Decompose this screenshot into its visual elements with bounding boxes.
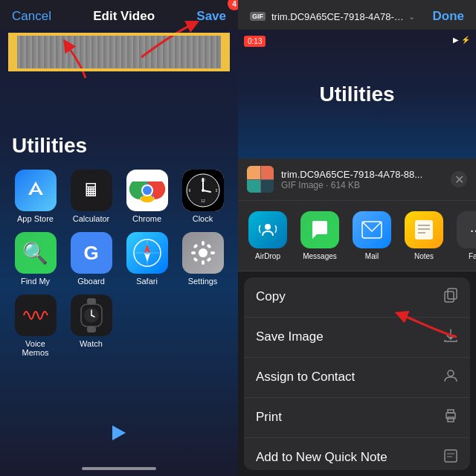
signal-icon: ▶ ⚡: [453, 36, 470, 44]
svg-rect-39: [448, 289, 457, 299]
timeline-strip: [11, 36, 227, 68]
right-header: GIF trim.DC9A65CE-7918-4A78-8... ⌄ Done: [238, 0, 476, 30]
svg-rect-40: [445, 292, 454, 302]
messages-label: Messages: [303, 252, 337, 260]
app-item-clock[interactable]: 12 3 12 9 Clock: [179, 170, 226, 223]
calculator-icon: 🖩: [71, 170, 112, 211]
mail-icon: [353, 211, 391, 248]
svg-text:12: 12: [201, 199, 205, 203]
save-image-label: Save Image: [256, 329, 324, 344]
action-print[interactable]: Print: [244, 398, 470, 438]
svg-point-8: [202, 189, 205, 192]
timeline-top-border: [8, 33, 230, 36]
app-item-calculator[interactable]: 🖩 Calculator: [68, 170, 115, 223]
svg-rect-35: [415, 220, 433, 239]
voicememos-icon: [15, 295, 57, 336]
app-item-findmy[interactable]: 🔍 Find My: [12, 232, 59, 286]
airdrop-icon: [248, 211, 287, 248]
app-grid-row2: 🔍 Find My G Gboard: [12, 232, 226, 286]
clock-label: Clock: [193, 214, 213, 223]
timeline-bottom-border: [8, 68, 230, 71]
filename-text: trim.DC9A65CE-7918-4A78-8...: [271, 11, 405, 22]
chevron-down-icon: ⌄: [408, 12, 415, 22]
cancel-button[interactable]: Cancel: [12, 9, 51, 24]
svg-rect-22: [210, 251, 215, 254]
svg-rect-27: [87, 298, 96, 304]
svg-rect-21: [191, 251, 196, 254]
video-preview: Utilities 0:13 ▶ ⚡: [238, 30, 476, 158]
notes-label: Notes: [414, 252, 434, 260]
safari-icon: [126, 232, 168, 274]
play-button[interactable]: [112, 425, 126, 440]
mail-label: Mail: [365, 252, 379, 260]
svg-text:9: 9: [188, 188, 190, 193]
share-more[interactable]: ··· Fa...: [455, 211, 476, 260]
action-assign-contact[interactable]: Assign to Contact: [244, 358, 470, 398]
svg-rect-19: [202, 241, 205, 245]
share-row: AirDrop Messages Mail: [238, 201, 476, 271]
app-item-voicememos[interactable]: Voice Memos: [12, 295, 59, 357]
findmy-label: Find My: [21, 277, 50, 286]
more-share-icon: ···: [457, 211, 476, 248]
app-item-appstore[interactable]: App Store: [12, 170, 59, 223]
watch-label: Watch: [80, 339, 103, 348]
timeline-handle-right[interactable]: [221, 34, 230, 70]
clock-icon: 12 3 12 9: [182, 170, 224, 211]
more-label: Fa...: [469, 252, 476, 260]
home-indicator: [82, 467, 156, 470]
gboard-label: Gboard: [77, 277, 105, 286]
findmy-icon: 🔍: [15, 232, 57, 274]
share-notes[interactable]: Notes: [403, 211, 445, 260]
action-copy[interactable]: Copy: [244, 277, 470, 318]
left-panel: Cancel Edit Video Save Utilities: [0, 0, 238, 476]
airdrop-label: AirDrop: [255, 252, 280, 260]
app-item-gboard[interactable]: G Gboard: [68, 232, 115, 286]
print-label: Print: [256, 410, 282, 425]
share-airdrop[interactable]: AirDrop: [247, 211, 289, 260]
copy-label: Copy: [256, 289, 286, 304]
file-info-text: trim.DC9A65CE-7918-4A78-88... GIF Image …: [281, 169, 443, 190]
gboard-icon: G: [71, 232, 112, 274]
voicememos-label: Voice Memos: [12, 339, 59, 357]
save-button[interactable]: Save: [196, 9, 226, 24]
add-quick-note-label: Add to New Quick Note: [256, 450, 387, 465]
appstore-label: App Store: [17, 214, 54, 223]
share-messages[interactable]: Messages: [299, 211, 341, 260]
app-item-safari[interactable]: Safari: [123, 232, 170, 286]
copy-icon: [443, 288, 458, 306]
video-timeline[interactable]: [11, 36, 227, 68]
filename-display: GIF trim.DC9A65CE-7918-4A78-8... ⌄: [250, 11, 424, 22]
action-add-quick-note[interactable]: Add to New Quick Note: [244, 438, 470, 470]
svg-text:12: 12: [201, 178, 205, 182]
notes-icon: [405, 211, 443, 248]
done-button[interactable]: Done: [433, 9, 465, 24]
file-icon: [247, 166, 274, 193]
action-list: Copy Save Image Assign to Contact: [244, 277, 470, 470]
left-header: Cancel Edit Video Save: [0, 0, 238, 30]
svg-rect-26: [193, 257, 198, 262]
share-mail[interactable]: Mail: [351, 211, 393, 260]
close-button[interactable]: ✕: [451, 171, 467, 187]
svg-rect-23: [193, 243, 198, 248]
app-grid-row3: Voice Memos Watch: [12, 295, 226, 357]
svg-point-18: [199, 248, 208, 257]
edit-video-title: Edit Video: [93, 9, 155, 24]
utilities-title: Utilities: [12, 134, 226, 158]
app-item-settings[interactable]: 4 Settings: [179, 232, 226, 286]
utilities-section: Utilities App Store 🖩 Calculator: [0, 134, 238, 366]
watch-icon: [71, 295, 112, 336]
svg-rect-24: [206, 257, 211, 262]
safari-label: Safari: [136, 277, 158, 286]
add-quick-note-icon: [443, 448, 458, 467]
svg-rect-20: [202, 260, 205, 265]
svg-point-3: [143, 186, 152, 195]
appstore-icon: [15, 170, 57, 211]
timeline-handle-left[interactable]: [8, 34, 17, 70]
app-item-watch[interactable]: Watch: [68, 295, 115, 357]
svg-text:3: 3: [215, 188, 217, 193]
action-save-image[interactable]: Save Image: [244, 318, 470, 358]
svg-rect-28: [87, 327, 96, 332]
messages-icon: [300, 211, 339, 248]
app-item-chrome[interactable]: Chrome: [123, 170, 170, 223]
settings-icon: 4: [182, 232, 224, 274]
